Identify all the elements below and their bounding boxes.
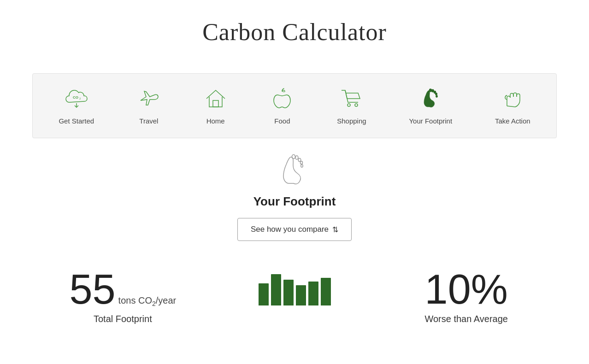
comparison-block: 10% Worse than Average [380, 269, 552, 324]
comparison-value: 10% [425, 269, 508, 310]
total-footprint-block: 55 tons CO2/year Total Footprint [37, 269, 209, 324]
nav-label-shopping: Shopping [337, 117, 366, 125]
nav-item-take-action[interactable]: Take Action [488, 83, 538, 129]
footprint-value: 55 [69, 269, 115, 310]
compare-button[interactable]: See how you compare ⇅ [237, 218, 352, 241]
co2-cloud-icon: CO 2 [65, 87, 88, 112]
svg-text:2: 2 [79, 97, 81, 100]
house-icon [204, 87, 228, 112]
bar-5 [308, 282, 318, 305]
nav-item-shopping[interactable]: Shopping [330, 83, 373, 129]
nav-item-food[interactable]: Food [263, 83, 301, 129]
hand-icon [501, 87, 524, 112]
svg-point-14 [300, 161, 303, 164]
nav-item-get-started[interactable]: CO 2 Get Started [51, 83, 101, 129]
svg-point-9 [436, 93, 437, 95]
bar-4 [296, 285, 306, 305]
bar-2 [271, 274, 281, 305]
nav-label-your-footprint: Your Footprint [409, 117, 452, 125]
nav-label-food: Food [274, 117, 290, 125]
apple-icon [270, 87, 294, 112]
page-title: Carbon Calculator [0, 0, 589, 73]
bar-3 [283, 280, 294, 305]
navigation-bar: CO 2 Get Started Travel Home [32, 73, 557, 138]
svg-point-5 [355, 104, 358, 106]
svg-point-11 [292, 155, 295, 159]
nav-label-travel: Travel [139, 117, 158, 125]
footprint-unit-text: tons CO [118, 295, 152, 305]
compare-button-label: See how you compare [251, 225, 329, 234]
svg-point-12 [295, 156, 298, 159]
content-footprint-icon [276, 152, 313, 189]
svg-point-4 [348, 104, 350, 106]
nav-item-travel[interactable]: Travel [130, 83, 168, 129]
nav-label-home: Home [206, 117, 225, 125]
svg-rect-3 [213, 100, 218, 107]
nav-label-get-started: Get Started [59, 117, 94, 125]
content-section: Your Footprint See how you compare ⇅ [0, 138, 589, 250]
cart-icon [340, 87, 364, 112]
footprint-unit-suffix: /year [156, 295, 176, 305]
comparison-label: Worse than Average [424, 314, 508, 324]
plane-icon [137, 87, 161, 112]
footprint-solid-icon [418, 87, 442, 112]
stats-row: 55 tons CO2/year Total Footprint 10% Wor… [0, 250, 589, 324]
section-title: Your Footprint [253, 194, 336, 209]
nav-label-take-action: Take Action [495, 117, 530, 125]
footprint-label: Total Footprint [94, 314, 152, 324]
footprint-number-row: 55 tons CO2/year [69, 269, 176, 310]
bar-chart [259, 269, 331, 305]
svg-point-7 [432, 89, 434, 92]
svg-point-10 [436, 95, 437, 97]
compare-sort-icon: ⇅ [332, 225, 338, 234]
subscript-2: 2 [152, 300, 156, 307]
svg-point-15 [301, 164, 303, 167]
bar-6 [321, 278, 331, 305]
svg-text:CO: CO [73, 95, 78, 100]
footprint-unit: tons CO2/year [118, 295, 177, 307]
svg-point-6 [430, 89, 432, 92]
bar-1 [259, 283, 269, 305]
svg-point-13 [298, 159, 301, 162]
comparison-chart [209, 269, 381, 305]
nav-item-home[interactable]: Home [196, 83, 235, 129]
nav-item-your-footprint[interactable]: Your Footprint [401, 83, 459, 129]
